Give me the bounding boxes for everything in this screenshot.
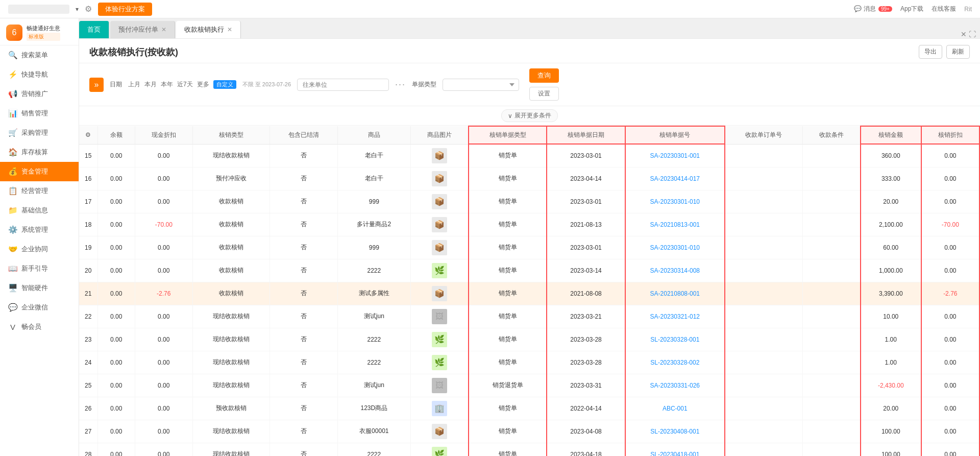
online-service-link[interactable]: 在线客服 [932,5,956,13]
wechat-icon: 💬 [8,303,17,312]
filter-date-last-month[interactable]: 上月 [128,80,140,89]
cell-bill-no[interactable]: SA-20210808-001 [625,282,725,305]
top-bar-right: 💬 消息 99+ App下载 在线客服 Rit [854,5,972,13]
th-cash-discount: 现金折扣 [135,126,192,144]
table-row: 15 0.00 0.00 现结收款核销 否 老白干 📦 销货单 2023-03-… [79,144,979,167]
sidebar-item-quick-nav[interactable]: ⚡ 快捷导航 [0,65,79,84]
filter-date-custom[interactable]: 自定义 [213,80,236,89]
trial-btn[interactable]: 体验行业方案 [98,3,152,16]
tab-writeoff-close-icon[interactable]: ✕ [227,26,232,33]
cell-bill-date: 2021-08-13 [547,213,625,236]
cell-bill-no[interactable]: SA-20230301-010 [625,236,725,259]
tab-close-all-icon[interactable]: ✕ [961,30,967,38]
page-inner: 收款核销执行(按收款) 导出 刷新 » 日期 上月 本月 本年 近7天 [79,39,980,456]
filter-date-more[interactable]: 更多 [197,80,209,89]
app-download-link[interactable]: App下载 [900,5,923,13]
cell-bill-no[interactable]: SL-20230408-001 [625,420,725,443]
cell-bill-no[interactable]: SA-20230321-012 [625,305,725,328]
cell-bill-type: 销货单 [469,328,547,351]
tab-prepay-close-icon[interactable]: ✕ [161,26,166,33]
sidebar-item-sales[interactable]: 📊 销售管理 [0,104,79,123]
cell-condition [802,374,860,397]
table-wrapper: ⚙ 余额 现金折扣 核销类型 包含已结清 商品 商品图片 核销单据类型 核销单据… [79,126,980,456]
sidebar-item-operations[interactable]: 📋 经营管理 [0,181,79,201]
system-icon: ⚙️ [8,225,17,234]
table-row: 26 0.00 0.00 预收款核销 否 123D商品 🏢 销货单 2022-0… [79,397,979,420]
filter-expand-btn[interactable]: » [89,78,104,92]
cell-type: 现结收款核销 [192,420,270,443]
bill-type-select[interactable] [443,79,519,91]
cell-amount: 360.00 [861,144,921,167]
sidebar-item-hardware[interactable]: 🖥️ 智能硬件 [0,278,79,298]
cell-bill-no[interactable]: ABC-001 [625,397,725,420]
cell-bill-no[interactable]: SL-20230328-001 [625,328,725,351]
sidebar-item-purchase[interactable]: 🛒 采购管理 [0,123,79,142]
th-settings[interactable]: ⚙ [79,126,97,144]
filter-bill-type-label: 单据类型 [412,80,436,89]
cell-bill-no[interactable]: SA-20230301-010 [625,190,725,213]
cell-settled: 否 [270,259,337,282]
tab-prepay[interactable]: 预付冲应付单 ✕ [110,21,175,38]
cell-bill-type: 销货单 [469,167,547,190]
cell-bill-type: 销货单 [469,213,547,236]
cell-bill-no[interactable]: SL-20230328-002 [625,351,725,374]
dropdown-trigger[interactable]: ▾ [76,6,79,13]
sidebar-item-label: 采购管理 [21,128,48,137]
cell-amount: 2,100.00 [861,213,921,236]
settings-gear-icon[interactable]: ⚙ [85,4,92,14]
sidebar-item-wechat[interactable]: 💬 企业微信 [0,298,79,317]
sidebar-item-enterprise[interactable]: 🤝 企业协同 [0,239,79,259]
cell-img: 📦 [410,144,468,167]
cell-num: 20 [79,259,97,282]
cell-bill-no[interactable]: SA-20210813-001 [625,213,725,236]
filter-date-this-year[interactable]: 本年 [161,80,173,89]
message-label: 消息 [864,5,876,12]
main-layout: 6 畅捷通好生意 标准版 🔍 搜索菜单 ⚡ 快捷导航 📢 营销推广 📊 销售管理… [0,18,980,456]
sidebar-item-finance[interactable]: 💰 资金管理 [0,162,79,181]
sidebar-item-label: 智能硬件 [21,283,48,293]
cell-condition [802,282,860,305]
sidebar-item-marketing[interactable]: 📢 营销推广 [0,84,79,104]
tab-home[interactable]: 首页 [79,21,109,38]
cell-settled: 否 [270,213,337,236]
cell-discount: 0.00 [135,259,192,282]
user-name[interactable]: Rit [964,6,972,13]
cell-bill-date: 2023-03-01 [547,144,625,167]
expand-more-btn[interactable]: ∨ 展开更多条件 [501,109,558,122]
sidebar-item-inventory[interactable]: 🏠 库存核算 [0,142,79,162]
cell-bill-no[interactable]: SA-20230331-026 [625,374,725,397]
cell-discount: 0.00 [135,190,192,213]
cell-num: 15 [79,144,97,167]
filter-date-7days[interactable]: 近7天 [177,80,193,89]
cell-balance: 0.00 [97,305,135,328]
th-bill-no: 核销单据号 [625,126,725,144]
sidebar-item-guide[interactable]: 📖 新手引导 [0,259,79,278]
setting-button[interactable]: 设置 [529,87,559,101]
cell-bill-no[interactable]: SL-20230418-001 [625,443,725,456]
cell-bill-no[interactable]: SA-20230301-001 [625,144,725,167]
main-table: ⚙ 余额 现金折扣 核销类型 包含已结清 商品 商品图片 核销单据类型 核销单据… [79,126,980,456]
cell-bill-type: 销货单 [469,397,547,420]
cell-img: 🌿 [410,259,468,282]
sidebar-item-system[interactable]: ⚙️ 系统管理 [0,220,79,239]
sidebar-logo: 6 畅捷通好生意 标准版 [0,18,79,45]
export-button[interactable]: 导出 [919,45,942,59]
cell-settled: 否 [270,236,337,259]
counterparty-input[interactable] [297,79,389,91]
sidebar-item-label: 资金管理 [21,167,48,176]
query-button[interactable]: 查询 [529,68,559,83]
filter-date-this-month[interactable]: 本月 [144,80,157,89]
table-row: 20 0.00 0.00 收款核销 否 2222 🌿 销货单 2023-03-1… [79,259,979,282]
message-icon-wrapper[interactable]: 💬 消息 99+ [854,5,892,13]
sidebar-item-search[interactable]: 🔍 搜索菜单 [0,45,79,65]
tab-maximize-icon[interactable]: ⛶ [969,30,976,38]
refresh-button[interactable]: 刷新 [946,45,970,59]
th-balance: 余额 [97,126,135,144]
sidebar-item-basics[interactable]: 📁 基础信息 [0,201,79,220]
cell-balance: 0.00 [97,167,135,190]
cell-type: 现结收款核销 [192,374,270,397]
cell-bill-no[interactable]: SA-20230414-017 [625,167,725,190]
tab-writeoff[interactable]: 收款核销执行 ✕ [176,21,241,38]
cell-bill-no[interactable]: SA-20230314-008 [625,259,725,282]
sidebar-item-member[interactable]: V 畅会员 [0,317,79,337]
